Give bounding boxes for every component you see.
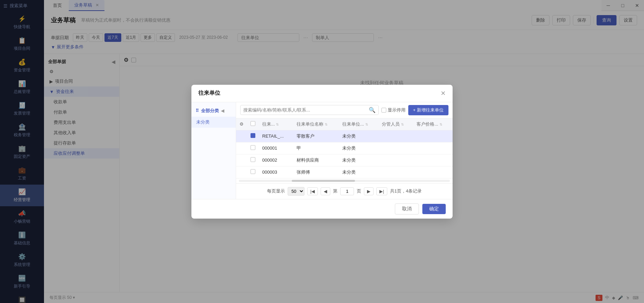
- category-panel: ⠿ 全部分类 ◀ 未分类: [191, 102, 236, 199]
- dialog-header: 往来单位 ✕: [191, 85, 453, 102]
- row-price: [413, 142, 453, 154]
- row-category: 未分类: [339, 130, 378, 142]
- row-category: 未分类: [339, 154, 378, 166]
- show-disabled-option: 显示停用: [381, 107, 406, 113]
- page-label-pre: 第: [333, 188, 337, 194]
- header-checkbox[interactable]: [251, 121, 255, 126]
- col-checkbox[interactable]: [247, 118, 259, 130]
- row-cb-2[interactable]: [251, 145, 255, 150]
- sort-icon3: ⇅: [365, 123, 368, 126]
- row-name: 甲: [293, 142, 339, 154]
- table-body: RETAIL_... 零散客户 未分类 000001 甲: [236, 130, 453, 178]
- table-row[interactable]: RETAIL_... 零散客户 未分类: [236, 130, 453, 142]
- col-manager: 分管人员 ⇅: [378, 118, 413, 130]
- table-header-row: ⚙ 往来... ⇅ 往来单位名称 ⇅ 往来单位... ⇅ 分管人员 ⇅ 客户价格…: [236, 118, 453, 130]
- sort-icon2: ⇅: [325, 123, 327, 126]
- col-name: 往来单位名称 ⇅: [293, 118, 339, 130]
- show-disabled-label: 显示停用: [388, 107, 406, 113]
- row-checkbox[interactable]: [247, 154, 259, 166]
- search-input[interactable]: [243, 107, 367, 113]
- page-input[interactable]: [340, 187, 354, 195]
- row-manager: [378, 142, 413, 154]
- row-code: 000002: [259, 154, 293, 166]
- row-checkbox[interactable]: [247, 142, 259, 154]
- row-category: 未分类: [339, 142, 378, 154]
- data-panel: 🔍 显示停用 + 新增往来单位 ⚙: [236, 102, 453, 199]
- sort-icon5: ⇅: [440, 123, 442, 126]
- counterpart-dialog: 往来单位 ✕ ⠿ 全部分类 ◀ 未分类: [191, 85, 453, 219]
- table-row[interactable]: 000001 甲 未分类: [236, 142, 453, 154]
- row-checkbox[interactable]: [247, 166, 259, 178]
- cat-item-label: 未分类: [196, 119, 210, 125]
- row-cb-3[interactable]: [251, 157, 255, 162]
- row-settings: [236, 166, 247, 178]
- data-toolbar: 🔍 显示停用 + 新增往来单位: [236, 102, 453, 118]
- page-label-post: 页: [357, 188, 361, 194]
- row-cb-4[interactable]: [251, 169, 255, 174]
- dialog-close-icon[interactable]: ✕: [441, 90, 446, 97]
- confirm-button[interactable]: 确定: [422, 204, 446, 214]
- row-manager: [378, 130, 413, 142]
- row-manager: [378, 166, 413, 178]
- dialog-overlay: 往来单位 ✕ ⠿ 全部分类 ◀ 未分类: [0, 0, 644, 303]
- per-page-select[interactable]: 50: [288, 187, 304, 196]
- col-category: 往来单位... ⇅: [339, 118, 378, 130]
- next-page-button[interactable]: ▶: [364, 187, 374, 195]
- row-manager: [378, 154, 413, 166]
- col-settings[interactable]: ⚙: [236, 118, 247, 130]
- row-code: RETAIL_...: [259, 130, 293, 142]
- show-disabled-checkbox[interactable]: [381, 108, 386, 113]
- dialog-title: 往来单位: [198, 90, 220, 97]
- cancel-button[interactable]: 取消: [395, 203, 419, 214]
- col-code: 往来... ⇅: [259, 118, 293, 130]
- row-price: [413, 154, 453, 166]
- counterpart-table: ⚙ 往来... ⇅ 往来单位名称 ⇅ 往来单位... ⇅ 分管人员 ⇅ 客户价格…: [236, 118, 453, 178]
- sort-icon: ⇅: [276, 123, 279, 126]
- dialog-footer: 取消 确定: [191, 199, 453, 219]
- row-checkbox[interactable]: [247, 130, 259, 142]
- search-box[interactable]: 🔍: [240, 105, 379, 115]
- row-category: 未分类: [339, 166, 378, 178]
- cat-toggle-icon[interactable]: ◀: [221, 108, 224, 113]
- prev-page-button[interactable]: ◀: [321, 187, 330, 195]
- row-settings: [236, 154, 247, 166]
- row-price: [413, 130, 453, 142]
- row-name: 张师傅: [293, 166, 339, 178]
- total-label: 共1页，4条记录: [390, 188, 422, 194]
- add-counterpart-button[interactable]: + 新增往来单位: [408, 105, 448, 115]
- horizontal-scrollbar[interactable]: [239, 180, 450, 182]
- dialog-body: ⠿ 全部分类 ◀ 未分类 🔍 显示停: [191, 102, 453, 199]
- row-settings: [236, 130, 247, 142]
- col-price-level: 客户价格... ⇅: [413, 118, 453, 130]
- row-code: 000003: [259, 166, 293, 178]
- search-icon: 🔍: [369, 107, 376, 113]
- sort-icon4: ⇅: [401, 123, 404, 126]
- table-row[interactable]: 000002 材料供应商 未分类: [236, 154, 453, 166]
- grid-icon: ⠿: [196, 108, 199, 113]
- per-page-label: 每页显示: [267, 188, 285, 194]
- row-name: 材料供应商: [293, 154, 339, 166]
- category-header[interactable]: ⠿ 全部分类 ◀: [191, 105, 236, 117]
- first-page-button[interactable]: |◀: [307, 187, 318, 195]
- cat-item-unclassified[interactable]: 未分类: [191, 117, 236, 128]
- scrollbar-thumb[interactable]: [292, 180, 355, 182]
- table-row[interactable]: 000003 张师傅 未分类: [236, 166, 453, 178]
- row-name: 零散客户: [293, 130, 339, 142]
- row-code: 000001: [259, 142, 293, 154]
- last-page-button[interactable]: ▶|: [376, 187, 387, 195]
- dialog-pagination: 每页显示 50 |◀ ◀ 第 页 ▶ ▶| 共1页，4条记录: [236, 183, 453, 199]
- row-price: [413, 166, 453, 178]
- category-header-label: 全部分类: [201, 108, 219, 114]
- row-cb-1[interactable]: [251, 133, 255, 138]
- row-settings: [236, 142, 247, 154]
- data-table: ⚙ 往来... ⇅ 往来单位名称 ⇅ 往来单位... ⇅ 分管人员 ⇅ 客户价格…: [236, 118, 453, 178]
